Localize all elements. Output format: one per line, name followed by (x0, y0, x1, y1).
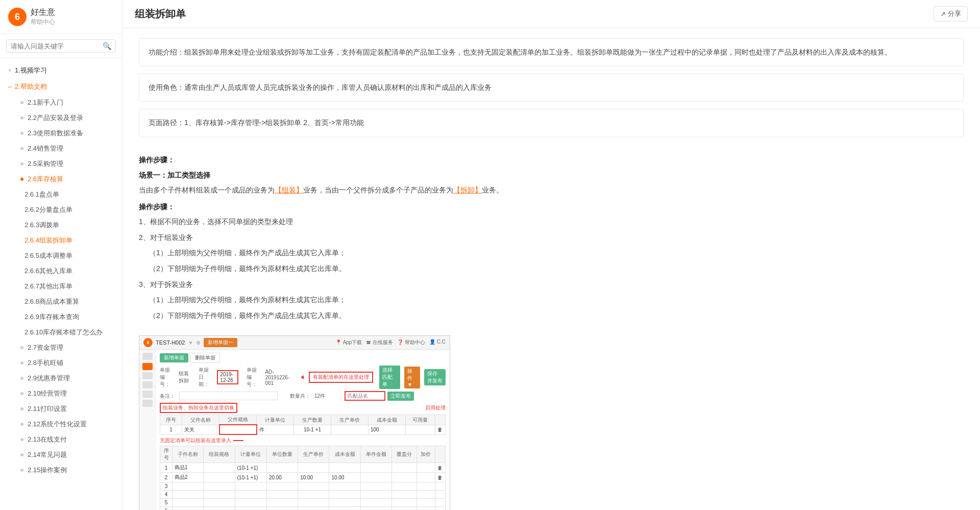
sidebar-item-29[interactable]: 2.9优惠券管理 (12, 371, 122, 386)
step3-title: 3、对于拆装业务 (139, 278, 964, 292)
sidebar-item-22[interactable]: 2.2产品安装及登录 (12, 110, 122, 126)
mock-remark-input[interactable] (179, 392, 278, 400)
mock-parent-table: 序号 父件名称 父件规格 计量单位 生产数量 生产单价 成本金额 可用量 (160, 415, 446, 435)
ops-title: 操作步骤： (139, 156, 964, 165)
sidebar-item-210[interactable]: 2.10经营管理 (12, 386, 122, 401)
sidebar-item-267[interactable]: 2.6.7其他出库单 (20, 279, 122, 294)
path-block: 页面路径：1、库存核算->库存管理->组装拆卸单 2、首页->常用功能 (139, 109, 964, 137)
mock-tab-delete[interactable]: 删除单据 (190, 353, 220, 363)
sidebar-item-27[interactable]: 2.7资金管理 (12, 340, 122, 355)
mock-child-row-5: 5 (160, 499, 446, 507)
logo-area: 6 好生意 帮助中心 (0, 0, 122, 34)
page-title: 组装拆卸单 (135, 7, 186, 21)
nav-sub-26: 2.6.1盘点单 2.6.2分量盘点单 2.6.3调拨单 2.6.4组装拆卸单 … (12, 187, 122, 340)
intro-text: 功能介绍：组装拆卸单用来处理企业组装或拆卸等加工业务，支持有固定装配清单的产品加… (149, 48, 892, 56)
step1: 1、根据不同的业务，选择不同单据的类型来处理 (139, 215, 964, 229)
mock-child-row-1: 1 商品1 (10-1 +1) (160, 463, 446, 473)
mock-child-row-4: 4 (160, 491, 446, 499)
sidebar-item-212[interactable]: 2.12系统个性化设置 (12, 417, 122, 432)
sidebar-item-video[interactable]: + 1.视频学习 (0, 62, 122, 79)
sidebar-item-215[interactable]: 2.15操作案例 (12, 463, 122, 478)
brand-subtitle: 帮助中心 (31, 18, 55, 27)
steps-block: 操作步骤： 场景一：加工类型选择 当由多个子件材料组装成一个成品的业务为【组装】… (139, 144, 964, 330)
sidebar-item-28[interactable]: 2.8手机旺铺 (12, 355, 122, 371)
mock-main: 新增单据 删除单据 单据编号： 组装拆卸 单据日期： 2019-12-26 单据… (156, 350, 450, 510)
sidebar-item-23[interactable]: 2.3使用前数据准备 (12, 126, 122, 141)
sidebar-item-214[interactable]: 2.14常见问题 (12, 447, 122, 463)
scene1-title: 场景一：加工类型选择 (139, 171, 964, 180)
step3a: （1）上部明细为父件明细，最终作为原材料生成其它出库单； (139, 293, 964, 307)
mock-tabs-row: 新增单据 删除单据 (160, 353, 446, 363)
mock-apply-btn[interactable]: 立即发布 (387, 392, 414, 401)
annotation-type-switch: 组装业务、拆卸业务在这里切换 (160, 403, 237, 413)
search-box[interactable]: 🔍 (6, 39, 116, 53)
sidebar-item-264[interactable]: 2.6.4组装拆卸单 (20, 233, 122, 248)
search-area: 🔍 (0, 34, 122, 58)
sidebar: 6 好生意 帮助中心 🔍 + 1.视频学习 – 2.帮助文档 2.1新手入门 (0, 0, 122, 510)
role-text: 使用角色：通常由生产人员或库管人员完成拆装业务的操作，库管人员确认原材料的出库和… (149, 83, 492, 91)
logo-icon: 6 (8, 8, 27, 26)
annotation-enable: 启用处理 (425, 404, 446, 411)
mock-company: TEST-H002 (156, 339, 185, 346)
search-button[interactable]: 🔍 (103, 42, 111, 50)
mock-child-row-3: 3 (160, 482, 446, 491)
nav-children-docs: 2.1新手入门 2.2产品安装及登录 2.3使用前数据准备 2.4销售管理 2.… (0, 95, 122, 478)
mock-child-table: 序号 子件名称 组装规格 计量单位 单位数量 生产单价 成本金额 单件金额 覆盖… (160, 446, 446, 510)
step2b: （2）下部明细为子件明细，最终作为原材料生成其它出库单。 (139, 262, 964, 276)
sidebar-item-262[interactable]: 2.6.2分量盘点单 (20, 202, 122, 217)
sidebar-item-265[interactable]: 2.6.5成本调整单 (20, 248, 122, 263)
sidebar-item-26[interactable]: 2.6库存核算 (12, 172, 122, 187)
mock-annotations-row: 组装业务、拆卸业务在这里切换 启用处理 (160, 403, 446, 413)
sidebar-item-211[interactable]: 2.11打印设置 (12, 401, 122, 417)
mock-left-sidebar (139, 350, 156, 510)
sidebar-item-24[interactable]: 2.4销售管理 (12, 141, 122, 156)
mock-tab-new[interactable]: 新增单据 (160, 353, 188, 362)
sidebar-item-263[interactable]: 2.6.3调拨单 (20, 217, 122, 233)
scene1-desc: 当由多个子件材料组装成一个成品的业务为【组装】业务，当由一个父件拆分成多个子产品… (139, 183, 964, 197)
mock-match-input[interactable] (345, 391, 385, 401)
mock-content: 新增单据 删除单据 单据编号： 组装拆卸 单据日期： 2019-12-26 单据… (139, 350, 450, 510)
sidebar-item-docs[interactable]: – 2.帮助文档 (0, 79, 122, 95)
sidebar-item-2610[interactable]: 2.6.10库存账本错了怎么办 (20, 325, 122, 340)
step2-title: 2、对于组装业务 (139, 231, 964, 245)
mock-form-row2: 备注： 数量共： 12件 立即发布 (160, 391, 446, 401)
intro-block: 功能介绍：组装拆卸单用来处理企业组装或拆卸等加工业务，支持有固定装配清单的产品加… (139, 38, 964, 66)
nav-tree: + 1.视频学习 – 2.帮助文档 2.1新手入门 2.2产品安装及登录 2.3… (0, 58, 122, 510)
sidebar-item-269[interactable]: 2.6.9库存账本查询 (20, 309, 122, 325)
sidebar-item-213[interactable]: 2.13在线支付 (12, 432, 122, 447)
sidebar-item-261[interactable]: 2.6.1盘点单 (20, 187, 122, 202)
mock-action-btn[interactable]: 操作 ▼ (404, 367, 420, 388)
path-text: 页面路径：1、库存核算->库存管理->组装拆卸单 2、首页->常用功能 (149, 118, 364, 127)
sidebar-item-266[interactable]: 2.6.6其他入库单 (20, 263, 122, 279)
mock-save-btn[interactable]: 保存 并发布 (424, 369, 446, 385)
mock-parent-row-1: 1 关关 件 10-1 +1 100 🗑 (160, 425, 446, 434)
search-input[interactable] (11, 42, 103, 50)
share-button[interactable]: ↗ 分享 (934, 6, 968, 21)
mock-logo: 6 (143, 338, 153, 347)
topbar: 组装拆卸单 ↗ 分享 (122, 0, 980, 28)
step2a: （1）上部明细为父件明细，最终作为产成品生成其它入库单； (139, 246, 964, 260)
sidebar-item-25[interactable]: 2.5采购管理 (12, 156, 122, 172)
screenshot-mockup: 6 TEST-H002 ▼ ⚙ 新增单据一 📍 App下载 ☎ 在线服务 ❓ 帮… (139, 335, 450, 510)
mock-form-row1: 单据编号： 组装拆卸 单据日期： 2019-12-26 单据编号： AD-201… (160, 366, 446, 389)
step3b: （2）下部明细为子件明细，最终作为产成品生成其它入库单。 (139, 309, 964, 323)
content-area: 功能介绍：组装拆卸单用来处理企业组装或拆卸等加工业务，支持有固定装配清单的产品加… (122, 28, 980, 510)
mock-child-row-2: 2 商品2 (10-1 +1) 20.00 10.00 10.00 (160, 473, 446, 482)
main-area: 组装拆卸单 ↗ 分享 功能介绍：组装拆卸单用来处理企业组装或拆卸等加工业务，支持… (122, 0, 980, 510)
ops-steps-title: 操作步骤： (139, 203, 964, 212)
mock-child-row-6: 6 (160, 507, 446, 510)
mock-match-btn[interactable]: 选择匹配单 (379, 366, 400, 389)
brand-name: 好生意 (31, 7, 55, 18)
mock-ui: 6 TEST-H002 ▼ ⚙ 新增单据一 📍 App下载 ☎ 在线服务 ❓ 帮… (139, 335, 450, 510)
annotation-no-fixed: 无固定清单可以组装在这里录入 (160, 437, 231, 444)
sidebar-item-268[interactable]: 2.6.8商品成本重算 (20, 294, 122, 309)
mock-neworder-btn[interactable]: 新增单据一 (204, 338, 237, 347)
annotation-select-match: 有装配清单的在这里处理 (309, 372, 373, 383)
sidebar-item-21[interactable]: 2.1新手入门 (12, 95, 122, 110)
role-block: 使用角色：通常由生产人员或库管人员完成拆装业务的操作，库管人员确认原材料的出库和… (139, 74, 964, 102)
